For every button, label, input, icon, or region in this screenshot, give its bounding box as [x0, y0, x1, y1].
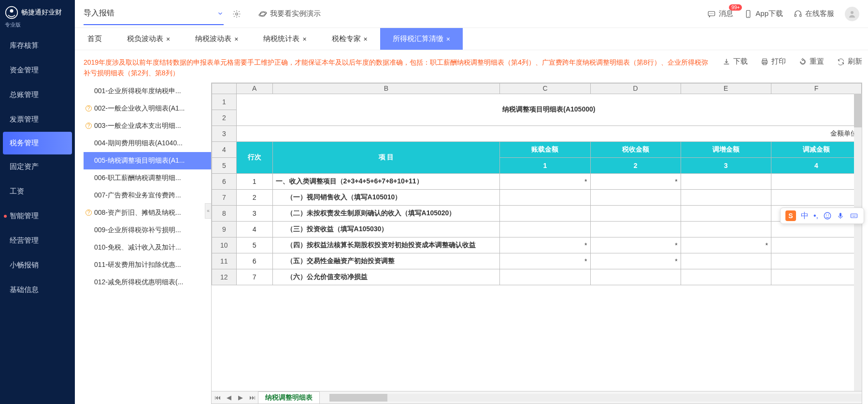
demo-link[interactable]: 我要看实例演示	[258, 9, 321, 18]
messages-button[interactable]: 消息 99+	[707, 9, 733, 18]
ime-toolbar[interactable]: S 中 •,	[780, 208, 864, 224]
row-header[interactable]: 9	[212, 221, 237, 237]
cell-value[interactable]: *	[771, 253, 861, 269]
cell-value[interactable]	[681, 253, 771, 269]
column-header[interactable]: E	[681, 83, 771, 94]
form-tree-item[interactable]: ?003-一般企业成本支出明细...	[84, 117, 211, 135]
nav-item[interactable]: 库存核算	[0, 33, 75, 58]
tab[interactable]: 税负波动表×	[114, 28, 183, 50]
sheet-nav-last[interactable]: ⏭	[246, 394, 258, 401]
cell-value[interactable]	[771, 173, 861, 189]
cell-value[interactable]	[590, 221, 681, 237]
close-icon[interactable]: ×	[446, 35, 450, 43]
cell-value[interactable]: *	[500, 173, 590, 189]
column-header[interactable]: B	[272, 83, 500, 94]
nav-item[interactable]: 智能管理	[0, 204, 75, 228]
row-header[interactable]: 8	[212, 205, 237, 221]
download-button[interactable]: 下载	[722, 57, 748, 66]
cell-value[interactable]	[681, 205, 771, 221]
nav-item[interactable]: 发票管理	[0, 107, 75, 132]
collapse-handle[interactable]: «	[205, 203, 211, 219]
ime-lang-toggle[interactable]: 中	[801, 211, 809, 221]
form-tree-item[interactable]: 009-企业所得税弥补亏损明...	[84, 222, 211, 239]
row-header[interactable]: 11	[212, 253, 237, 269]
form-tree-item[interactable]: 006-职工薪酬纳税调整明细...	[84, 169, 211, 187]
cell-value[interactable]	[590, 269, 681, 285]
sheet-grid[interactable]: ABCDEF1纳税调整项目明细表(A105000)23金额单位4行次项 目账载金…	[212, 83, 862, 391]
cell-value[interactable]	[500, 269, 590, 285]
gear-icon[interactable]	[232, 10, 241, 18]
avatar[interactable]	[845, 7, 859, 21]
row-header[interactable]: 5	[212, 157, 237, 173]
form-tree-item[interactable]: 010-免税、减计收入及加计...	[84, 239, 211, 256]
tab[interactable]: 纳税波动表×	[183, 28, 251, 50]
cell-value[interactable]	[500, 205, 590, 221]
cell-value[interactable]	[590, 205, 681, 221]
form-tree-item[interactable]: 011-研发费用加计扣除优惠...	[84, 256, 211, 274]
form-tree-item[interactable]: 012-减免所得税优惠明细表(...	[84, 274, 211, 291]
nav-item[interactable]: 经营管理	[0, 228, 75, 253]
cell-value[interactable]: *	[590, 173, 681, 189]
form-tree-item[interactable]: ?002-一般企业收入明细表(A1...	[84, 100, 211, 117]
app-download-button[interactable]: App下载	[744, 9, 783, 18]
horizontal-scrollbar[interactable]	[329, 394, 862, 402]
row-header[interactable]: 10	[212, 237, 237, 253]
close-icon[interactable]: ×	[166, 35, 170, 43]
cell-value[interactable]: *	[500, 253, 590, 269]
tab[interactable]: 纳税统计表×	[251, 28, 319, 50]
row-header[interactable]: 1	[212, 94, 237, 110]
form-tree-item[interactable]: 004-期间费用明细表(A1040...	[84, 135, 211, 152]
print-button[interactable]: 打印	[760, 57, 786, 66]
column-header[interactable]: C	[500, 83, 590, 94]
cell-value[interactable]	[500, 221, 590, 237]
nav-item[interactable]: 资金管理	[0, 58, 75, 83]
tab[interactable]: 所得税汇算清缴×	[380, 28, 463, 50]
close-icon[interactable]: ×	[364, 35, 368, 43]
cell-value[interactable]	[771, 189, 861, 205]
nav-item[interactable]: 基础信息	[0, 278, 75, 302]
import-error-select[interactable]: 导入报错	[84, 8, 224, 25]
sheet-corner[interactable]	[212, 83, 237, 94]
ime-punct-icon[interactable]: •,	[813, 211, 818, 220]
ime-emoji-icon[interactable]	[823, 211, 832, 220]
cell-value[interactable]	[500, 189, 590, 205]
column-header[interactable]: A	[236, 83, 272, 94]
form-tree-item[interactable]: 001-企业所得税年度纳税申...	[84, 83, 211, 100]
nav-item[interactable]: 总账管理	[0, 83, 75, 107]
row-header[interactable]: 6	[212, 173, 237, 189]
close-icon[interactable]: ×	[234, 35, 238, 43]
row-header[interactable]: 3	[212, 125, 237, 141]
cell-value[interactable]	[590, 189, 681, 205]
row-header[interactable]: 2	[212, 110, 237, 125]
refresh-button[interactable]: 刷新	[837, 57, 862, 66]
vertical-scrollbar[interactable]	[854, 94, 862, 391]
ime-keyboard-icon[interactable]	[849, 212, 859, 220]
sheet-tab[interactable]: 纳税调整明细表	[258, 391, 320, 404]
nav-item[interactable]: 工资	[0, 179, 75, 204]
nav-item[interactable]: 固定资产	[0, 154, 75, 179]
nav-item[interactable]: 税务管理	[3, 132, 72, 154]
tab[interactable]: 税检专家×	[319, 28, 380, 50]
cell-value[interactable]: *	[590, 237, 681, 253]
form-tree-item[interactable]: 005-纳税调整项目明细表(A1...	[84, 152, 211, 169]
column-header[interactable]: D	[590, 83, 681, 94]
ime-mic-icon[interactable]	[837, 211, 844, 220]
cell-value[interactable]	[681, 269, 771, 285]
cell-value[interactable]	[771, 269, 861, 285]
nav-item[interactable]: 小畅报销	[0, 253, 75, 278]
row-header[interactable]: 7	[212, 189, 237, 205]
cell-value[interactable]	[771, 237, 861, 253]
cell-value[interactable]	[681, 189, 771, 205]
column-header[interactable]: F	[771, 83, 861, 94]
cell-value[interactable]: *	[500, 237, 590, 253]
row-header[interactable]: 12	[212, 269, 237, 285]
reset-button[interactable]: 重置	[798, 57, 824, 66]
form-tree-item[interactable]: 007-广告费和业务宣传费跨...	[84, 187, 211, 204]
row-header[interactable]: 4	[212, 141, 237, 157]
sheet-nav-first[interactable]: ⏮	[212, 394, 223, 401]
close-icon[interactable]: ×	[302, 35, 306, 43]
sheet-nav-next[interactable]: ▶	[235, 394, 246, 401]
cell-value[interactable]: *	[590, 253, 681, 269]
sheet-nav-prev[interactable]: ◀	[223, 394, 235, 401]
cell-value[interactable]: *	[681, 237, 771, 253]
